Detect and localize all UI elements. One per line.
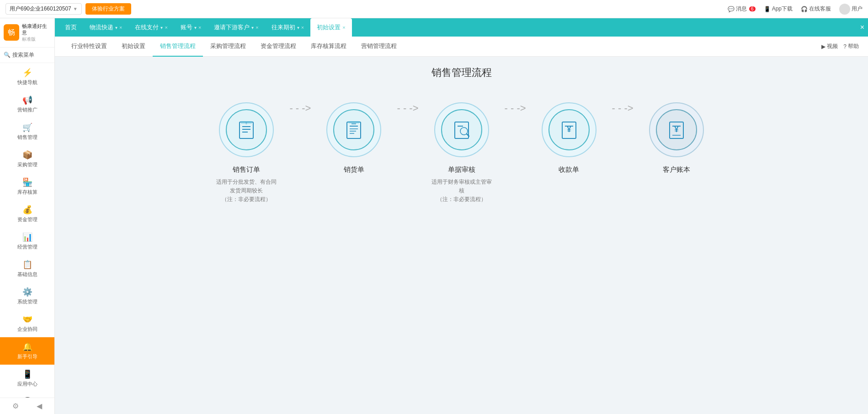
flow-diagram: ≡ 销售订单 适用于分批发货、有合同发货周期较长（注：非必要流程） - - ->: [64, 102, 859, 204]
sidebar-item-basic-info[interactable]: 📋 基础信息: [0, 255, 54, 282]
app-label: App下载: [772, 5, 793, 13]
sales-order-icon: ≡: [235, 118, 258, 141]
sidebar-label-finance: 资金管理: [17, 216, 37, 223]
basic-info-icon: 📋: [22, 260, 32, 270]
tab-invite[interactable]: 邀请下游客户 ▾ ×: [208, 18, 265, 37]
service-item[interactable]: 🎧 在线客服: [801, 5, 831, 13]
sidebar-item-enterprise-wechat[interactable]: 💬 企业微信: [0, 392, 54, 398]
tab-home[interactable]: 首页: [59, 18, 83, 37]
user-text: 用户690企业1660120507: [10, 5, 71, 13]
sidebar-label-marketing: 营销推广: [17, 106, 37, 113]
sub-tab-marketing-flow[interactable]: 营销管理流程: [354, 37, 404, 57]
service-label: 在线客服: [809, 5, 831, 13]
tab-account-label: 账号: [181, 23, 192, 32]
sub-tab-purchase-flow-label: 采购管理流程: [210, 42, 246, 50]
sidebar-nav: ⚡ 快捷导航 📢 营销推广 🛒 销售管理 📦 采购管理 🏪 库存核算 💰: [0, 63, 54, 398]
arrow-right-icon-4: - - ->: [612, 102, 634, 114]
top-bar-right: 💬 消息 6 📱 App下载 🎧 在线客服 用户: [728, 4, 863, 15]
sidebar: 畅 畅康通好生意 标准版 🔍 搜索菜单 ⚡ 快捷导航 📢 营销推广 🛒 销售管理: [0, 18, 55, 414]
message-badge: 6: [749, 6, 756, 11]
tab-logistics[interactable]: 物流快递 ▾ ×: [83, 18, 128, 37]
tab-period-close[interactable]: ×: [301, 25, 304, 30]
tab-home-label: 首页: [65, 23, 77, 32]
user-name-label: 用户: [852, 5, 863, 13]
svg-rect-6: [347, 122, 361, 138]
tab-account[interactable]: 账号 ▾ ×: [174, 18, 208, 37]
tab-period[interactable]: 往来期初 ▾ ×: [265, 18, 310, 37]
avatar: [839, 4, 850, 15]
flow-arrow-2: - - ->: [395, 102, 420, 142]
flow-arrow-4: - - ->: [610, 102, 635, 142]
user-selector[interactable]: 用户690企业1660120507 ▼: [5, 3, 82, 15]
tab-account-arrow: ▾: [194, 25, 197, 30]
flow-step-delivery: 销货单: [313, 102, 395, 178]
sales-icon: 🛒: [22, 122, 32, 133]
message-item[interactable]: 💬 消息 6: [728, 5, 756, 13]
tab-invite-close[interactable]: ×: [256, 25, 258, 30]
sidebar-item-finance-mgmt[interactable]: 💰 资金管理: [0, 200, 54, 228]
sidebar-item-marketing-promo[interactable]: 📢 营销推广: [0, 90, 54, 118]
app-center-icon: 📱: [22, 369, 32, 379]
enterprise-coop-icon: 🤝: [22, 314, 32, 324]
sub-tab-inventory-flow[interactable]: 库存核算流程: [304, 37, 354, 57]
svg-text:¥: ¥: [674, 126, 678, 133]
video-icon: ▶: [821, 43, 825, 50]
sub-tab-industry[interactable]: 行业特性设置: [64, 37, 114, 57]
tab-invite-arrow: ▾: [251, 25, 254, 30]
tab-payment-close[interactable]: ×: [165, 25, 167, 30]
sidebar-item-purchase-mgmt[interactable]: 📦 采购管理: [0, 145, 54, 173]
tab-nav: 首页 物流快递 ▾ × 在线支付 ▾ × 账号 ▾ × 邀请下游客户 ▾ ×: [55, 18, 868, 37]
flow-circle-inner-delivery: [333, 109, 374, 150]
flow-arrow-3: - - ->: [503, 102, 528, 142]
user-avatar-item[interactable]: 用户: [839, 4, 863, 15]
help-link[interactable]: ? 帮助: [843, 42, 859, 50]
tab-logistics-close[interactable]: ×: [119, 25, 122, 30]
flow-step-sales-order: ≡ 销售订单 适用于分批发货、有合同发货周期较长（注：非必要流程）: [205, 102, 288, 204]
sidebar-item-quick-nav[interactable]: ⚡ 快捷导航: [0, 63, 54, 90]
sidebar-logo: 畅 畅康通好生意 标准版: [0, 18, 54, 48]
flow-desc-audit: 适用于财务审核或主管审核（注：非必要流程）: [430, 178, 494, 204]
top-bar: 用户690企业1660120507 ▼ 体验行业方案 💬 消息 6 📱 App下…: [0, 0, 868, 18]
sidebar-label-inventory: 库存核算: [17, 189, 37, 196]
flow-label-delivery: 销货单: [344, 165, 364, 174]
logo-badge: 标准版: [22, 36, 51, 42]
tab-logistics-arrow: ▾: [115, 25, 117, 30]
sub-tab-init[interactable]: 初始设置: [114, 37, 153, 57]
tab-payment[interactable]: 在线支付 ▾ ×: [128, 18, 174, 37]
sidebar-bottom: ⚙ ◀: [0, 398, 54, 414]
sidebar-item-app-center[interactable]: 📱 应用中心: [0, 365, 54, 392]
collapse-icon[interactable]: ◀: [37, 402, 42, 410]
sub-tab-finance-flow[interactable]: 资金管理流程: [253, 37, 304, 57]
page-content: 销售管理流程 ≡: [55, 57, 868, 414]
sub-tab-purchase-flow[interactable]: 采购管理流程: [203, 37, 253, 57]
search-label: 搜索菜单: [12, 51, 34, 59]
tab-init-settings-close[interactable]: ×: [342, 25, 345, 30]
flow-label-sales-order: 销售订单: [233, 165, 260, 174]
arrow-right-icon-3: - - ->: [505, 102, 526, 114]
tab-init-settings[interactable]: 初始设置 ×: [310, 18, 351, 37]
flow-circle-inner-ledger: ¥: [656, 109, 697, 150]
sidebar-item-inventory[interactable]: 🏪 库存核算: [0, 173, 54, 200]
sub-tab-sales-flow[interactable]: 销售管理流程: [153, 37, 203, 57]
sys-mgmt-icon: ⚙️: [22, 287, 32, 297]
finance-icon: 💰: [22, 205, 32, 215]
flow-arrow-1: - - ->: [288, 102, 313, 142]
sidebar-label-quick-nav: 快捷导航: [17, 79, 37, 86]
sidebar-item-sales-mgmt[interactable]: 🛒 销售管理: [0, 118, 54, 145]
experience-btn[interactable]: 体验行业方案: [85, 3, 131, 15]
headset-icon: 🎧: [801, 6, 808, 12]
sidebar-item-sys-mgmt[interactable]: ⚙️ 系统管理: [0, 282, 54, 310]
sidebar-search[interactable]: 🔍 搜索菜单: [0, 48, 54, 63]
sidebar-item-new-guide[interactable]: 🔔 新手引导: [0, 337, 54, 365]
close-all-tabs[interactable]: ×: [860, 23, 864, 32]
video-link[interactable]: ▶ 视频: [821, 42, 838, 50]
marketing-icon: 📢: [22, 95, 32, 105]
top-bar-left: 用户690企业1660120507 ▼ 体验行业方案: [5, 3, 131, 15]
tab-account-close[interactable]: ×: [198, 25, 201, 30]
settings-icon[interactable]: ⚙: [12, 402, 19, 410]
tab-payment-label: 在线支付: [135, 23, 159, 32]
sidebar-item-ops-mgmt[interactable]: 📊 经营管理: [0, 228, 54, 255]
app-download-item[interactable]: 📱 App下载: [764, 5, 793, 13]
sidebar-label-sys: 系统管理: [17, 298, 37, 305]
sidebar-item-enterprise-coop[interactable]: 🤝 企业协同: [0, 310, 54, 337]
